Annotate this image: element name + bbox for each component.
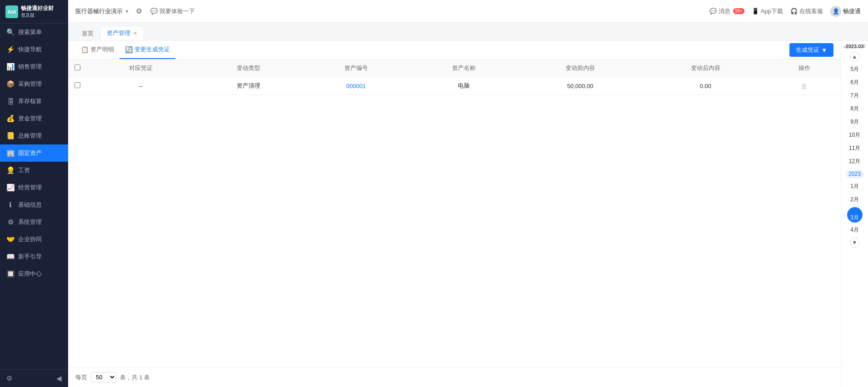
sidebar-item-label: 经营管理 — [18, 184, 42, 192]
tab-voucher-gen[interactable]: 🔄 变更生成凭证 — [119, 41, 175, 59]
row-before-change: 50,000.00 — [518, 77, 643, 95]
per-page-label: 每页 — [75, 373, 87, 382]
notification-label: 消息 — [719, 7, 730, 15]
calendar-nav-down[interactable]: ▼ — [850, 238, 860, 248]
chart-icon: 📊 — [6, 63, 15, 71]
tab-asset-detail[interactable]: 📋 资产明细 — [75, 41, 119, 59]
voucher-icon: 🔄 — [125, 46, 133, 53]
logo-text: 畅捷通好业财 — [21, 5, 54, 12]
sidebar-nav: 🔍 搜索菜单 ⚡ 快捷导航 📊 销售管理 📦 采购管理 🗄 库存核算 💰 资金管… — [0, 24, 68, 369]
topbar-settings-icon[interactable]: ⚙ — [136, 7, 142, 15]
month-11[interactable]: 11月 — [841, 142, 868, 155]
tab-home[interactable]: 首页 — [75, 27, 100, 40]
storage-icon: 🗄 — [6, 98, 15, 105]
month-10[interactable]: 10月 — [841, 129, 868, 142]
notification-button[interactable]: 💬 消息 99+ — [709, 7, 744, 15]
sidebar: AtA 畅捷通好业财 普及版 🔍 搜索菜单 ⚡ 快捷导航 📊 销售管理 📦 采购… — [0, 0, 68, 387]
app-download-label: App下载 — [761, 7, 783, 15]
month-2023-4[interactable]: 4月 — [841, 223, 868, 237]
month-6[interactable]: 6月 — [841, 76, 868, 89]
delete-icon[interactable]: 🗑 — [801, 82, 808, 90]
customer-service-label: 在线客服 — [799, 7, 823, 15]
month-2023-3[interactable]: 3月 — [847, 207, 863, 223]
customer-service-button[interactable]: 🎧 在线客服 — [790, 7, 823, 15]
book-icon: 📒 — [6, 132, 15, 140]
row-asset-code[interactable]: 000001 — [302, 77, 410, 95]
user-menu[interactable]: 👤 畅捷通 — [830, 6, 861, 17]
header-asset-code: 资产编号 — [302, 60, 410, 77]
header-after-change: 变动后内容 — [643, 60, 768, 77]
month-8[interactable]: 8月 — [841, 102, 868, 115]
headset-icon: 🎧 — [790, 8, 798, 15]
header-voucher: 对应凭证 — [87, 60, 194, 77]
sidebar-item-label: 基础信息 — [18, 201, 42, 209]
search-icon: 🔍 — [6, 28, 15, 36]
sidebar-item-purchase[interactable]: 📦 采购管理 — [0, 75, 68, 93]
sidebar-item-label: 系统管理 — [18, 218, 42, 226]
settings-bottom-icon[interactable]: ⚙ — [6, 374, 12, 382]
sidebar-item-enterprise[interactable]: 🤝 企业协同 — [0, 231, 68, 248]
sidebar-item-label: 固定资产 — [18, 149, 42, 157]
sidebar-item-basic-info[interactable]: ℹ 基础信息 — [0, 196, 68, 213]
month-5[interactable]: 5月 — [841, 63, 868, 76]
gear-icon: ⚙ — [6, 218, 15, 226]
calendar-top-buttons: ⤢ 2023.03 ✕ — [841, 41, 868, 51]
box-icon: 📦 — [6, 80, 15, 88]
sidebar-item-inventory[interactable]: 🗄 库存核算 — [0, 93, 68, 110]
row-change-type: 资产清理 — [194, 77, 302, 95]
header-action: 操作 — [768, 60, 841, 77]
sidebar-item-search[interactable]: 🔍 搜索菜单 — [0, 24, 68, 41]
feedback-text: 我要体验一下 — [159, 7, 195, 15]
month-2023-1[interactable]: 1月 — [841, 180, 868, 193]
table-header-row: 对应凭证 变动类型 资产编号 资产名称 变动前内容 变动后内容 操作 — [68, 60, 841, 77]
row-checkbox-cell — [68, 77, 87, 95]
month-12[interactable]: 12月 — [841, 155, 868, 168]
voucher-table: 对应凭证 变动类型 资产编号 资产名称 变动前内容 变动后内容 操作 — [68, 60, 841, 95]
calendar-2023-months: 1月 2月 3月 4月 — [841, 180, 868, 237]
sidebar-item-label: 库存核算 — [18, 97, 42, 105]
row-checkbox[interactable] — [74, 82, 80, 88]
tab-close-icon[interactable]: ✕ — [133, 30, 137, 36]
sidebar-item-ledger[interactable]: 📒 总账管理 — [0, 127, 68, 144]
guide-icon: 📖 — [6, 253, 15, 261]
sidebar-item-guide[interactable]: 📖 新手引导 — [0, 248, 68, 265]
row-asset-name: 电脑 — [410, 77, 517, 95]
tab-assets[interactable]: 资产管理 ✕ — [100, 26, 144, 40]
feedback-button[interactable]: 💬 我要体验一下 — [150, 7, 195, 15]
sidebar-item-sales[interactable]: 📊 销售管理 — [0, 58, 68, 75]
tab-assets-label: 资产管理 — [107, 29, 130, 37]
close-calendar-icon[interactable]: ✕ — [861, 43, 866, 50]
select-all-checkbox[interactable] — [74, 64, 80, 70]
main-area: 医疗器械行业演示 ▼ ⚙ 💬 我要体验一下 💬 消息 99+ 📱 App下载 🎧… — [68, 0, 868, 387]
sidebar-item-label: 企业协同 — [18, 235, 42, 243]
company-name: 医疗器械行业演示 — [75, 7, 123, 15]
generate-voucher-button[interactable]: 生成凭证 ▼ — [789, 43, 833, 57]
sidebar-item-system[interactable]: ⚙ 系统管理 — [0, 213, 68, 231]
row-after-change: 0.00 — [643, 77, 768, 95]
grid-icon: 🔲 — [6, 270, 15, 278]
trending-icon: 📈 — [6, 184, 15, 192]
page-content: 📋 资产明细 🔄 变更生成凭证 生成凭证 ▼ — [68, 41, 841, 387]
header-checkbox-cell — [68, 60, 87, 77]
user-label: 畅捷通 — [843, 7, 861, 15]
sidebar-item-operations[interactable]: 📈 经营管理 — [0, 179, 68, 196]
per-page-select[interactable]: 50 10 20 100 — [91, 372, 116, 382]
row-voucher: -- — [87, 77, 194, 95]
calendar-panel: ⤢ 2023.03 ✕ ▲ 5月 6月 7月 8月 9月 10月 11月 12月… — [841, 41, 868, 387]
expand-icon[interactable]: ⤢ — [843, 43, 848, 49]
calendar-nav-up[interactable]: ▲ — [850, 52, 860, 62]
company-selector[interactable]: 医疗器械行业演示 ▼ — [75, 7, 129, 15]
header-asset-name: 资产名称 — [410, 60, 517, 77]
notification-icon: 💬 — [709, 8, 717, 15]
collapse-icon[interactable]: ◀ — [56, 374, 62, 382]
sidebar-item-finance[interactable]: 💰 资金管理 — [0, 110, 68, 127]
sidebar-item-app-center[interactable]: 🔲 应用中心 — [0, 265, 68, 283]
month-9[interactable]: 9月 — [841, 115, 868, 129]
sidebar-item-fixed-assets[interactable]: 🏢 固定资产 — [0, 144, 68, 162]
sidebar-item-quick-nav[interactable]: ⚡ 快捷导航 — [0, 41, 68, 58]
year-2023-label[interactable]: 2023 — [846, 170, 863, 178]
app-download-button[interactable]: 📱 App下载 — [752, 7, 783, 15]
month-2023-2[interactable]: 2月 — [841, 193, 868, 206]
sidebar-item-payroll[interactable]: 👷 工资 — [0, 162, 68, 179]
month-7[interactable]: 7月 — [841, 89, 868, 102]
